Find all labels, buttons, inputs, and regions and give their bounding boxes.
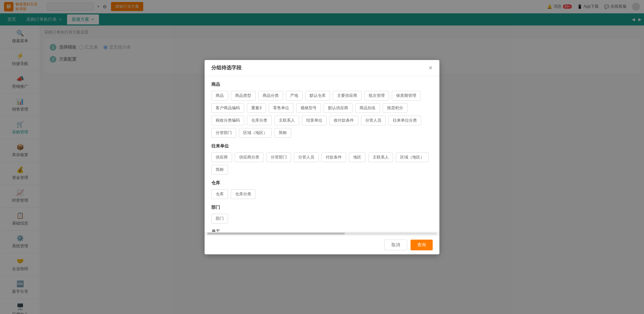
- field-tag[interactable]: 商品: [211, 91, 228, 101]
- field-tag[interactable]: 仓库分类: [231, 189, 256, 199]
- section-warehouse: 仓库 仓库 仓库分类: [211, 180, 433, 199]
- field-tag[interactable]: 仓库: [211, 189, 228, 199]
- modal-title: 分组待选字段: [211, 65, 241, 71]
- field-tag[interactable]: 供应商: [211, 152, 232, 162]
- modal-overlay: 分组待选字段 ✕ 商品 商品 商品类型 商品分类 产地 默认仓库 主要供应商 批…: [0, 0, 644, 314]
- field-tag[interactable]: 分管部门: [211, 128, 236, 138]
- field-tag[interactable]: 分管人员: [361, 116, 386, 125]
- section-employee-title: 员工: [211, 229, 433, 232]
- field-tag[interactable]: 默认供应商: [324, 103, 353, 113]
- field-tag[interactable]: 地区: [349, 152, 366, 162]
- field-tag[interactable]: 付款条件: [321, 152, 346, 162]
- field-tag[interactable]: 重量3: [247, 103, 266, 113]
- goods-fields: 商品 商品类型 商品分类 产地 默认仓库 主要供应商 批次管理 保质期管理 客户…: [211, 91, 433, 138]
- modal-field-select: 分组待选字段 ✕ 商品 商品 商品类型 商品分类 产地 默认仓库 主要供应商 批…: [205, 60, 439, 254]
- field-tag[interactable]: 分管人员: [294, 152, 319, 162]
- hscroll-track: [207, 233, 437, 235]
- section-goods: 商品 商品 商品类型 商品分类 产地 默认仓库 主要供应商 批次管理 保质期管理…: [211, 81, 433, 138]
- section-partner-title: 往来单位: [211, 143, 433, 149]
- field-tag[interactable]: 拣货积分: [383, 103, 408, 113]
- field-tag[interactable]: 区域（地区）: [239, 128, 272, 138]
- field-tag[interactable]: 仓库分类: [247, 116, 272, 125]
- field-tag[interactable]: 保质期管理: [392, 91, 421, 101]
- field-tag[interactable]: 区域（地区）: [396, 152, 429, 162]
- field-tag[interactable]: 结算单位: [302, 116, 327, 125]
- hscroll-thumb: [207, 233, 345, 235]
- cancel-button[interactable]: 取消: [384, 240, 407, 250]
- field-tag[interactable]: 往来单位分类: [388, 116, 421, 125]
- field-tag[interactable]: 商品别名: [355, 103, 380, 113]
- field-tag[interactable]: 主联系人: [274, 116, 299, 125]
- modal-footer: 取消 查询: [205, 235, 439, 254]
- modal-body: 商品 商品 商品类型 商品分类 产地 默认仓库 主要供应商 批次管理 保质期管理…: [205, 76, 439, 232]
- field-tag[interactable]: 部门: [211, 214, 228, 224]
- field-tag[interactable]: 规格型号: [296, 103, 321, 113]
- department-fields: 部门: [211, 214, 433, 224]
- field-tag[interactable]: 商品分类: [258, 91, 283, 101]
- section-warehouse-title: 仓库: [211, 180, 433, 186]
- field-tag[interactable]: 主要供应商: [333, 91, 362, 101]
- modal-close-button[interactable]: ✕: [428, 65, 433, 71]
- field-tag[interactable]: 主联系人: [368, 152, 393, 162]
- field-tag[interactable]: 分管部门: [266, 152, 291, 162]
- section-department-title: 部门: [211, 204, 433, 210]
- field-tag[interactable]: 默认仓库: [305, 91, 330, 101]
- field-tag[interactable]: 简称: [211, 165, 228, 175]
- field-tag[interactable]: 收付款条件: [329, 116, 358, 125]
- section-department: 部门 部门: [211, 204, 433, 224]
- field-tag[interactable]: 供应商分类: [235, 152, 264, 162]
- field-tag[interactable]: 税收分类编码: [211, 116, 244, 125]
- confirm-button[interactable]: 查询: [411, 240, 433, 250]
- partner-fields: 供应商 供应商分类 分管部门 分管人员 付款条件 地区 主联系人 区域（地区） …: [211, 152, 433, 175]
- field-tag[interactable]: 零售单位: [269, 103, 293, 113]
- field-tag[interactable]: 客户商品编码: [211, 103, 244, 113]
- field-tag[interactable]: 简称: [274, 128, 291, 138]
- field-tag[interactable]: 商品类型: [231, 91, 256, 101]
- section-employee: 员工 业务员: [211, 229, 433, 232]
- field-tag[interactable]: 产地: [286, 91, 303, 101]
- modal-horizontal-scrollbar[interactable]: [205, 232, 439, 235]
- section-partner: 往来单位 供应商 供应商分类 分管部门 分管人员 付款条件 地区 主联系人 区域…: [211, 143, 433, 175]
- field-tag[interactable]: 批次管理: [364, 91, 389, 101]
- section-goods-title: 商品: [211, 81, 433, 87]
- modal-header: 分组待选字段 ✕: [205, 60, 439, 76]
- warehouse-fields: 仓库 仓库分类: [211, 189, 433, 199]
